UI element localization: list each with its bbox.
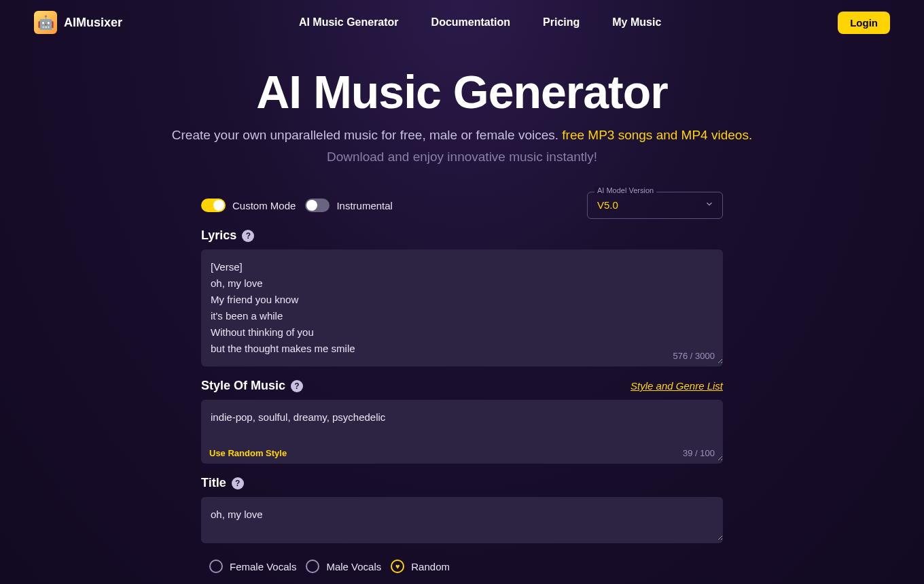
custom-mode-toggle[interactable] — [201, 199, 226, 212]
radio-male-vocals[interactable]: Male Vocals — [306, 560, 381, 573]
model-legend: AI Model Version — [594, 186, 656, 194]
lyrics-counter: 576 / 3000 — [673, 351, 715, 361]
help-icon[interactable]: ? — [291, 380, 303, 392]
model-version-select[interactable]: AI Model Version V5.0 — [587, 192, 723, 219]
lyrics-input[interactable] — [201, 250, 723, 364]
radio-female-vocals[interactable]: Female Vocals — [209, 560, 296, 573]
main-nav: AI Music Generator Documentation Pricing… — [136, 16, 824, 29]
style-genre-list-link[interactable]: Style and Genre List — [630, 380, 723, 392]
hero-subtitle-1: Create your own unparalleled music for f… — [14, 128, 910, 143]
login-button[interactable]: Login — [838, 12, 890, 34]
instrumental-label: Instrumental — [336, 200, 393, 211]
page-title: AI Music Generator — [14, 65, 910, 118]
radio-random[interactable]: ♥ Random — [391, 560, 450, 573]
lyrics-label: Lyrics — [201, 228, 236, 243]
chevron-down-icon — [705, 199, 714, 211]
style-counter: 39 / 100 — [683, 448, 715, 458]
nav-ai-music-generator[interactable]: AI Music Generator — [299, 16, 399, 29]
hero-subtitle-2: Download and enjoy innovative music inst… — [14, 150, 910, 165]
heart-icon: ♥ — [395, 562, 400, 570]
title-label: Title — [201, 476, 226, 490]
nav-pricing[interactable]: Pricing — [543, 16, 580, 29]
brand-name: AIMusixer — [64, 16, 122, 30]
title-input[interactable] — [201, 497, 723, 540]
help-icon[interactable]: ? — [242, 230, 254, 242]
nav-my-music[interactable]: My Music — [612, 16, 661, 29]
nav-documentation[interactable]: Documentation — [431, 16, 510, 29]
brand-logo[interactable]: 🤖 AIMusixer — [34, 11, 122, 34]
robot-icon: 🤖 — [34, 11, 57, 34]
help-icon[interactable]: ? — [232, 477, 244, 489]
instrumental-toggle[interactable] — [305, 199, 330, 212]
use-random-style-button[interactable]: Use Random Style — [209, 448, 287, 458]
custom-mode-label: Custom Mode — [232, 200, 296, 211]
style-label: Style Of Music — [201, 379, 285, 393]
highlight-text: free MP3 songs and MP4 videos. — [562, 128, 752, 142]
model-value: V5.0 — [597, 199, 618, 211]
vocals-radio-group: Female Vocals Male Vocals ♥ Random — [201, 555, 723, 577]
